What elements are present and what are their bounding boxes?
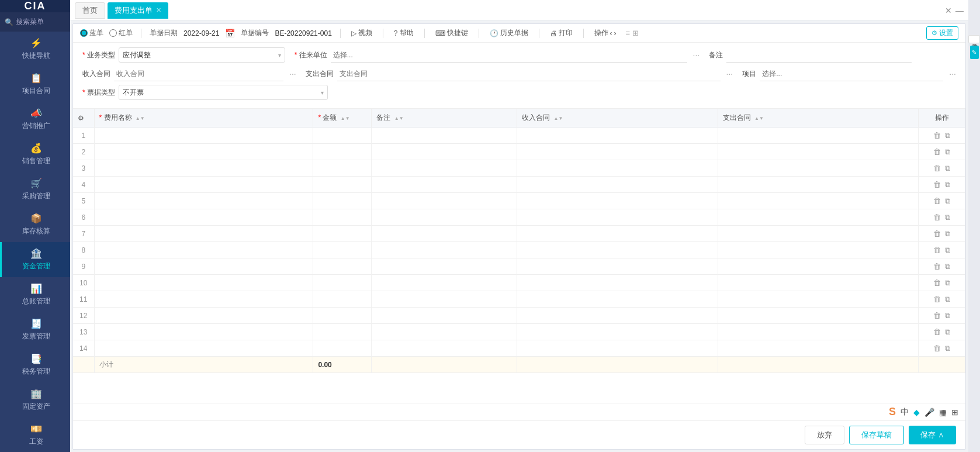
- expense-contract-cell[interactable]: [718, 226, 918, 242]
- save-draft-button[interactable]: 保存草稿: [849, 426, 904, 444]
- income-contract-cell[interactable]: [517, 226, 718, 242]
- mic-icon[interactable]: 🎤: [924, 408, 934, 417]
- amount-cell[interactable]: [313, 144, 372, 160]
- copy-icon[interactable]: ⧉: [945, 131, 950, 140]
- remark-cell[interactable]: [372, 340, 517, 357]
- expense-name-cell[interactable]: [94, 127, 313, 144]
- project-more-icon[interactable]: ···: [949, 69, 956, 78]
- remark-cell[interactable]: [372, 177, 517, 193]
- copy-icon[interactable]: ⧉: [945, 295, 950, 303]
- expense-name-cell[interactable]: [94, 242, 313, 258]
- income-contract-cell[interactable]: [517, 127, 718, 144]
- income-contract-cell[interactable]: [517, 193, 718, 209]
- copy-icon[interactable]: ⧉: [945, 327, 950, 336]
- copy-icon[interactable]: ⧉: [945, 278, 950, 287]
- partner-input[interactable]: [331, 47, 687, 63]
- expense-contract-cell[interactable]: [718, 144, 918, 160]
- sidebar-item-invoice[interactable]: 🧾 发票管理: [0, 312, 70, 347]
- income-contract-cell[interactable]: [517, 160, 718, 177]
- delete-icon[interactable]: 🗑: [933, 131, 941, 140]
- table-icon[interactable]: ▦: [939, 408, 947, 417]
- amount-cell[interactable]: [313, 209, 372, 226]
- delete-icon[interactable]: 🗑: [933, 147, 941, 156]
- remark-cell[interactable]: [372, 275, 517, 291]
- expense-contract-cell[interactable]: [718, 193, 918, 209]
- tab-home[interactable]: 首页: [75, 2, 105, 19]
- diamond-icon[interactable]: ◆: [913, 408, 920, 417]
- settings-btn[interactable]: ⚙ 设置: [926, 26, 958, 40]
- copy-icon[interactable]: ⧉: [945, 164, 950, 172]
- income-contract-cell[interactable]: [517, 340, 718, 357]
- income-contract-more-icon[interactable]: ···: [289, 69, 296, 78]
- history-btn[interactable]: 🕐 历史单据: [487, 27, 531, 39]
- tab-close-icon[interactable]: ✕: [156, 6, 161, 14]
- sidebar-item-accounting[interactable]: 📊 总账管理: [0, 277, 70, 312]
- copy-icon[interactable]: ⧉: [945, 344, 950, 353]
- expense-name-cell[interactable]: [94, 291, 313, 308]
- remark-cell[interactable]: [372, 324, 517, 340]
- copy-icon[interactable]: ⧉: [945, 246, 950, 254]
- window-min-icon[interactable]: —: [955, 6, 964, 15]
- amount-cell[interactable]: [313, 324, 372, 340]
- sidebar-search[interactable]: 🔍 搜索菜单: [0, 12, 70, 32]
- copy-icon[interactable]: ⧉: [945, 229, 950, 238]
- expense-name-cell[interactable]: [94, 177, 313, 193]
- remark-cell[interactable]: [372, 160, 517, 177]
- tab-expense[interactable]: 费用支出单 ✕: [108, 2, 168, 19]
- amount-cell[interactable]: [313, 160, 372, 177]
- expense-name-cell[interactable]: [94, 275, 313, 291]
- income-contract-cell[interactable]: [517, 242, 718, 258]
- expense-contract-cell[interactable]: [718, 242, 918, 258]
- sort-amount-icon[interactable]: ▲▼: [341, 116, 350, 121]
- delete-icon[interactable]: 🗑: [933, 278, 941, 287]
- amount-cell[interactable]: [313, 127, 372, 144]
- project-input[interactable]: [760, 66, 943, 81]
- table-settings-icon[interactable]: ⚙: [78, 114, 84, 122]
- window-close-icon[interactable]: ✕: [945, 6, 952, 15]
- remark-cell[interactable]: [372, 258, 517, 275]
- blue-radio[interactable]: [80, 29, 88, 37]
- income-contract-cell[interactable]: [517, 308, 718, 324]
- income-contract-cell[interactable]: [517, 144, 718, 160]
- expense-contract-cell[interactable]: [718, 291, 918, 308]
- expense-contract-cell[interactable]: [718, 324, 918, 340]
- sidebar-item-project-contract[interactable]: 📋 项目合同: [0, 67, 70, 102]
- sidebar-item-fixed-assets[interactable]: 🏢 固定资产: [0, 382, 70, 418]
- delete-icon[interactable]: 🗑: [933, 295, 941, 303]
- sidebar-item-purchase[interactable]: 🛒 采购管理: [0, 172, 70, 207]
- delete-icon[interactable]: 🗑: [933, 344, 941, 353]
- delete-icon[interactable]: 🗑: [933, 262, 941, 271]
- blue-radio-label[interactable]: 蓝单: [80, 28, 103, 38]
- remark-cell[interactable]: [372, 308, 517, 324]
- expense-name-cell[interactable]: [94, 193, 313, 209]
- remark-cell[interactable]: [372, 193, 517, 209]
- remark-cell[interactable]: [372, 226, 517, 242]
- income-contract-cell[interactable]: [517, 275, 718, 291]
- amount-cell[interactable]: [313, 177, 372, 193]
- expense-name-cell[interactable]: [94, 258, 313, 275]
- calendar-icon[interactable]: 📅: [225, 29, 235, 38]
- sort-expense-icon[interactable]: ▲▼: [754, 116, 764, 121]
- sidebar-item-sales[interactable]: 💰 销售管理: [0, 137, 70, 172]
- copy-icon[interactable]: ⧉: [945, 262, 950, 271]
- red-radio[interactable]: [109, 29, 117, 37]
- amount-cell[interactable]: [313, 226, 372, 242]
- amount-cell[interactable]: [313, 275, 372, 291]
- invoice-type-input[interactable]: 不开票 ▾: [119, 85, 328, 100]
- expense-name-cell[interactable]: [94, 340, 313, 357]
- expense-contract-cell[interactable]: [718, 258, 918, 275]
- delete-icon[interactable]: 🗑: [933, 311, 941, 320]
- operation-btn[interactable]: 操作 ‹ ›: [592, 27, 619, 39]
- remark-cell[interactable]: [372, 209, 517, 226]
- delete-icon[interactable]: 🗑: [933, 246, 941, 254]
- copy-icon[interactable]: ⧉: [945, 180, 950, 189]
- sidebar-item-tax[interactable]: 📑 税务管理: [0, 347, 70, 382]
- expense-contract-cell[interactable]: [718, 275, 918, 291]
- amount-cell[interactable]: [313, 258, 372, 275]
- remark-cell[interactable]: [372, 242, 517, 258]
- chinese-input-icon[interactable]: 中: [901, 407, 909, 418]
- video-btn[interactable]: ▷ 视频: [349, 27, 375, 39]
- sort-remark-icon[interactable]: ▲▼: [394, 116, 404, 121]
- income-contract-cell[interactable]: [517, 209, 718, 226]
- amount-cell[interactable]: [313, 291, 372, 308]
